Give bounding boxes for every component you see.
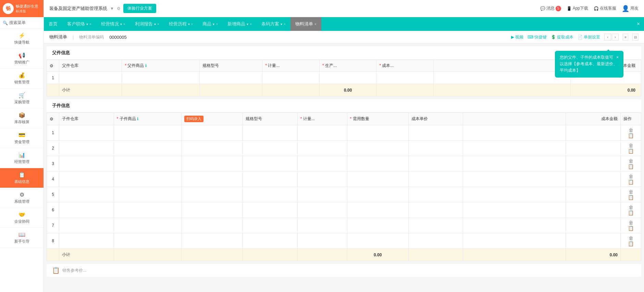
prev-record-btn[interactable]: ‹ bbox=[604, 34, 611, 40]
child-amount-cell[interactable] bbox=[566, 141, 621, 156]
info-icon[interactable]: ℹ bbox=[145, 63, 147, 68]
close-icon[interactable]: × bbox=[284, 22, 286, 26]
close-icon[interactable]: × bbox=[314, 22, 317, 26]
tab-bom[interactable]: 物料清单 × bbox=[290, 17, 321, 31]
child-product-cell[interactable] bbox=[114, 202, 181, 218]
child-warehouse-cell[interactable] bbox=[59, 202, 114, 218]
child-amount-cell[interactable] bbox=[566, 156, 621, 172]
close-icon[interactable]: × bbox=[157, 22, 159, 26]
delete-btn[interactable]: 🗑 bbox=[629, 174, 633, 179]
child-info-icon[interactable]: ℹ bbox=[137, 117, 138, 121]
child-unit-cell[interactable] bbox=[297, 172, 347, 187]
copy-btn[interactable]: 📋 bbox=[628, 210, 634, 215]
delete-btn[interactable]: 🗑 bbox=[629, 235, 633, 241]
close-all-tabs-btn[interactable]: × bbox=[633, 21, 644, 27]
copy-btn[interactable]: 📋 bbox=[628, 225, 634, 231]
expand-btn[interactable]: ≡ bbox=[623, 34, 628, 40]
single-settings-btn[interactable]: 📄 单据设置 bbox=[578, 34, 600, 40]
close-icon[interactable]: × bbox=[89, 22, 91, 26]
child-unit-cell[interactable] bbox=[297, 125, 347, 141]
child-product-cell[interactable] bbox=[114, 233, 181, 249]
sidebar-item-sales[interactable]: 💰 销售管理 bbox=[0, 69, 44, 89]
copy-btn[interactable]: 📋 bbox=[628, 241, 634, 246]
close-icon[interactable]: × bbox=[216, 22, 218, 26]
child-product-cell[interactable] bbox=[114, 172, 181, 187]
child-warehouse-cell[interactable] bbox=[59, 218, 114, 233]
child-warehouse-cell[interactable] bbox=[59, 125, 114, 141]
child-warehouse-cell[interactable] bbox=[59, 156, 114, 172]
child-amount-cell[interactable] bbox=[566, 125, 621, 141]
parent-warehouse-cell[interactable] bbox=[59, 72, 122, 84]
child-unit-price-cell[interactable] bbox=[408, 218, 463, 233]
delete-btn[interactable]: 🗑 bbox=[629, 205, 633, 210]
child-unit-cell[interactable] bbox=[297, 233, 347, 249]
next-record-btn[interactable]: › bbox=[612, 34, 619, 40]
delete-btn[interactable]: 🗑 bbox=[629, 127, 633, 133]
child-warehouse-cell[interactable] bbox=[59, 172, 114, 187]
th-scan[interactable]: 扫码录入 bbox=[181, 113, 243, 125]
sidebar-item-guide[interactable]: 📖 新手引导 bbox=[0, 228, 44, 248]
parent-spec-cell[interactable] bbox=[200, 72, 262, 84]
child-amount-cell[interactable] bbox=[566, 187, 621, 202]
child-unit-cell[interactable] bbox=[297, 187, 347, 202]
delete-btn[interactable]: 🗑 bbox=[629, 158, 633, 164]
parent-unit-cell[interactable] bbox=[262, 72, 320, 84]
child-spec-cell[interactable] bbox=[243, 172, 298, 187]
parent-product-cell[interactable] bbox=[122, 72, 200, 84]
sidebar-item-search[interactable]: 🔍 搜索菜单 bbox=[0, 17, 44, 29]
tab-barcode[interactable]: 条码方案 ▾ × bbox=[257, 17, 290, 31]
child-unit-cell[interactable] bbox=[297, 218, 347, 233]
child-qty-cell[interactable] bbox=[347, 202, 408, 218]
experience-btn[interactable]: 体验行业方案 bbox=[123, 4, 156, 13]
child-spec-cell[interactable] bbox=[243, 202, 298, 218]
tab-customer[interactable]: 客户联络 ▾ × bbox=[62, 17, 96, 31]
tab-goods[interactable]: 商品 ▾ × bbox=[198, 17, 223, 31]
child-product-cell[interactable] bbox=[114, 187, 181, 202]
sidebar-item-quick-nav[interactable]: ⚡ 快捷导航 bbox=[0, 29, 44, 49]
child-unit-price-cell[interactable] bbox=[408, 187, 463, 202]
tab-home[interactable]: 首页 bbox=[44, 17, 62, 31]
tab-new-goods[interactable]: 新增商品 ▾ × bbox=[223, 17, 257, 31]
close-icon[interactable]: × bbox=[250, 22, 252, 26]
sidebar-item-marketing[interactable]: 📢 营销推广 bbox=[0, 49, 44, 69]
copy-btn[interactable]: 📋 bbox=[628, 179, 634, 185]
child-spec-cell[interactable] bbox=[243, 125, 298, 141]
delete-btn[interactable]: 🗑 bbox=[629, 189, 633, 195]
child-unit-price-cell[interactable] bbox=[408, 156, 463, 172]
th-settings[interactable]: ⚙ bbox=[47, 60, 59, 72]
child-product-cell[interactable] bbox=[114, 141, 181, 156]
child-warehouse-cell[interactable] bbox=[59, 141, 114, 156]
child-unit-price-cell[interactable] bbox=[408, 141, 463, 156]
child-unit-price-cell[interactable] bbox=[408, 125, 463, 141]
child-qty-cell[interactable] bbox=[347, 141, 408, 156]
child-spec-cell[interactable] bbox=[243, 187, 298, 202]
child-unit-price-cell[interactable] bbox=[408, 233, 463, 249]
child-amount-cell[interactable] bbox=[566, 218, 621, 233]
copy-btn[interactable]: 📋 bbox=[628, 148, 634, 154]
sidebar-item-system[interactable]: ⚙ 系统管理 bbox=[0, 188, 44, 208]
app-download-btn[interactable]: 📱 App下载 bbox=[567, 5, 588, 11]
copy-btn[interactable]: 📋 bbox=[628, 164, 634, 169]
child-product-cell[interactable] bbox=[114, 125, 181, 141]
settings-icon[interactable]: ⚙ bbox=[117, 6, 121, 11]
close-icon[interactable]: × bbox=[123, 22, 125, 26]
parent-production-cell[interactable] bbox=[319, 72, 376, 84]
child-spec-cell[interactable] bbox=[243, 233, 298, 249]
tab-history[interactable]: 经营历程 ▾ × bbox=[164, 17, 198, 31]
sidebar-item-collab[interactable]: 🤝 企业协同 bbox=[0, 208, 44, 228]
tooltip-close-btn[interactable]: × bbox=[616, 54, 619, 61]
child-unit-price-cell[interactable] bbox=[408, 202, 463, 218]
parent-cost-cell[interactable] bbox=[376, 72, 434, 84]
child-unit-cell[interactable] bbox=[297, 141, 347, 156]
child-product-cell[interactable] bbox=[114, 218, 181, 233]
th-child-settings[interactable]: ⚙ bbox=[47, 113, 59, 125]
sidebar-item-management[interactable]: 📊 经营管理 bbox=[0, 148, 44, 168]
child-qty-cell[interactable] bbox=[347, 187, 408, 202]
extract-cost-btn[interactable]: 💲 提取成本 bbox=[551, 34, 573, 40]
child-qty-cell[interactable] bbox=[347, 218, 408, 233]
child-qty-cell[interactable] bbox=[347, 172, 408, 187]
child-qty-cell[interactable] bbox=[347, 125, 408, 141]
tab-profit[interactable]: 利润报告 ▾ × bbox=[130, 17, 164, 31]
child-spec-cell[interactable] bbox=[243, 156, 298, 172]
child-qty-cell[interactable] bbox=[347, 233, 408, 249]
